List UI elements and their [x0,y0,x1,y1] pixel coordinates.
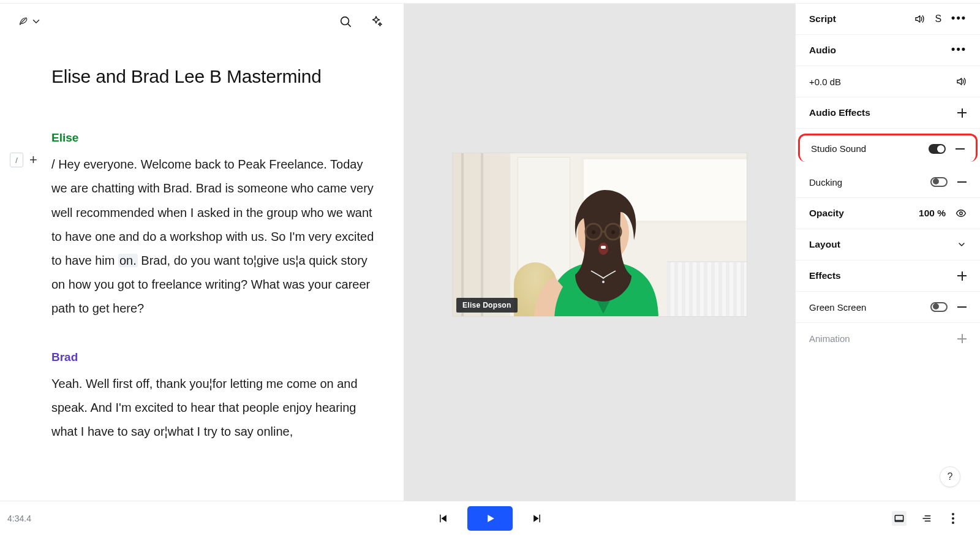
video-preview[interactable]: Elise Dopson [453,153,747,316]
section-script[interactable]: Script S ••• [796,4,980,35]
transcript-text: Yeah. Well first off, thank you¦for lett… [51,377,358,438]
svg-marker-12 [957,78,962,85]
document-title[interactable]: Elise and Brad Lee B Mastermind [51,66,404,87]
ai-sparkle-button[interactable] [369,15,383,28]
prev-button[interactable] [432,507,454,529]
volume-icon[interactable] [914,13,925,25]
row-animation[interactable]: Animation [796,323,980,354]
collapse-icon[interactable] [957,306,967,308]
video-thumbnail-image [453,153,747,316]
section-audio[interactable]: Audio ••• [796,35,980,66]
help-button[interactable]: ? [940,466,960,487]
svg-line-1 [348,24,350,26]
speaker-label-brad: Brad [51,346,379,368]
row-audio-gain[interactable]: +0.0 dB [796,66,980,97]
eye-icon[interactable] [956,208,967,219]
playback-bar: 4:34.4 [0,501,980,535]
svg-marker-15 [442,515,447,522]
list-view-toggle[interactable] [919,511,933,526]
collapse-icon[interactable] [956,148,965,150]
collapse-icon[interactable] [957,181,967,183]
row-ducking[interactable]: Ducking [796,167,980,198]
plus-icon[interactable] [957,108,967,118]
search-button[interactable] [339,15,352,28]
svg-marker-11 [916,16,920,23]
row-layout[interactable]: Layout [796,229,980,260]
feather-icon [17,16,28,27]
svg-point-6 [592,230,595,234]
svg-point-13 [960,212,963,215]
chevron-down-icon [31,16,42,27]
script-tool-menu[interactable] [17,16,42,27]
speaker-initial[interactable]: S [935,13,941,25]
svg-point-10 [602,281,605,283]
svg-marker-17 [533,515,538,522]
studio-sound-toggle[interactable] [929,144,946,154]
plus-icon[interactable] [957,271,967,281]
speaker-label-elise: Elise [51,126,379,149]
section-audio-effects[interactable]: Audio Effects [796,97,980,129]
volume-icon[interactable] [956,76,967,87]
caret-marker: / [51,157,58,171]
script-panel: Elise and Brad Lee B Mastermind Elise / … [0,4,404,501]
chevron-down-icon[interactable] [957,240,967,249]
preview-panel: Elise Dopson [404,4,795,501]
playback-time: 4:34.4 [7,514,31,523]
green-screen-toggle[interactable] [930,302,948,312]
svg-point-7 [611,230,615,234]
play-button[interactable] [467,506,513,531]
section-effects[interactable]: Effects [796,260,980,292]
video-name-tag: Elise Dopson [456,298,518,313]
transcript-paragraph[interactable]: / Hey everyone. Welcome back to Peak Fre… [51,153,379,321]
ducking-toggle[interactable] [930,177,948,187]
insert-plus-button[interactable]: + [29,153,37,167]
next-button[interactable] [526,507,548,529]
properties-panel: Script S ••• Audio ••• +0.0 dB Audio Eff… [795,4,980,501]
plus-icon[interactable] [957,334,967,343]
svg-marker-16 [488,515,494,522]
row-green-screen[interactable]: Green Screen [796,292,980,323]
layout-view-toggle[interactable] [892,511,907,526]
opacity-value[interactable]: 100 % [919,208,946,219]
insert-slash-button[interactable]: / [10,153,23,167]
transcript-text: Hey everyone. Welcome back to Peak Freel… [51,157,374,267]
transcript-highlight: on. [118,254,138,267]
row-studio-sound[interactable]: Studio Sound [798,134,978,162]
more-menu[interactable] [946,511,960,526]
transcript-paragraph[interactable]: Yeah. Well first off, thank you¦for lett… [51,372,379,444]
row-opacity[interactable]: Opacity 100 % [796,198,980,229]
svg-rect-9 [601,246,606,249]
